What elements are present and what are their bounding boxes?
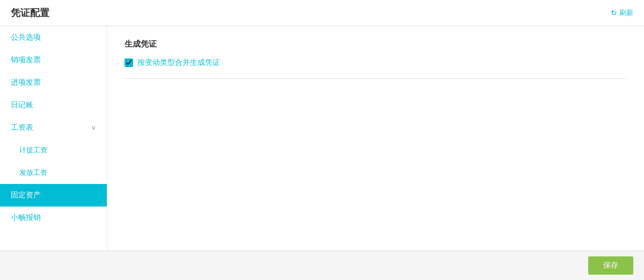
sidebar-label-sales-invoice: 销项发票 [11,55,41,65]
section-title: 生成凭证 [125,39,627,49]
sidebar-item-fixed-assets[interactable]: 固定资产 [0,184,107,207]
sidebar-label-petty-expense: 小畅报销 [11,213,41,223]
sidebar-label-pay-salary: 发放工资 [19,168,47,178]
sidebar-item-pay-salary[interactable]: 发放工资 [0,161,107,184]
sidebar-label-payroll-table: 工资表 [11,123,33,132]
sidebar-item-sales-invoice[interactable]: 销项发票 [0,49,107,71]
refresh-icon: ↻ [611,9,617,17]
content-divider [125,78,627,79]
sidebar-label-purchase-invoice: 进项发票 [11,78,41,87]
sidebar-label-public-options: 公共选项 [11,33,41,42]
chevron-down-icon: ∨ [91,124,96,131]
sidebar-item-public-options[interactable]: 公共选项 [0,26,107,49]
sidebar-item-payroll-table[interactable]: 工资表∨ [0,116,107,139]
refresh-button[interactable]: ↻ 刷新 [611,8,633,18]
merge-voucher-checkbox[interactable] [125,58,133,67]
sidebar-label-fixed-assets: 固定资产 [11,190,41,200]
checkbox-row: 按变动类型合并生成凭证 [125,58,627,68]
header: 凭证配置 ↻ 刷新 [0,0,644,26]
save-button[interactable]: 保存 [588,256,633,275]
sidebar-label-accrued-salary: 计提工资 [19,145,47,155]
sidebar-item-purchase-invoice[interactable]: 进项发票 [0,71,107,94]
footer: 保存 [0,250,644,280]
sidebar: 公共选项销项发票进项发票日记账工资表∨计提工资发放工资固定资产小畅报销 [0,26,107,250]
sidebar-item-petty-expense[interactable]: 小畅报销 [0,207,107,229]
merge-voucher-label[interactable]: 按变动类型合并生成凭证 [137,58,220,68]
sidebar-item-journal[interactable]: 日记账 [0,94,107,116]
content-area: 生成凭证 按变动类型合并生成凭证 [107,26,644,250]
page-title: 凭证配置 [11,6,49,19]
sidebar-label-journal: 日记账 [11,100,33,110]
refresh-label: 刷新 [619,8,633,18]
sidebar-item-accrued-salary[interactable]: 计提工资 [0,139,107,161]
main-layout: 公共选项销项发票进项发票日记账工资表∨计提工资发放工资固定资产小畅报销 生成凭证… [0,26,644,250]
